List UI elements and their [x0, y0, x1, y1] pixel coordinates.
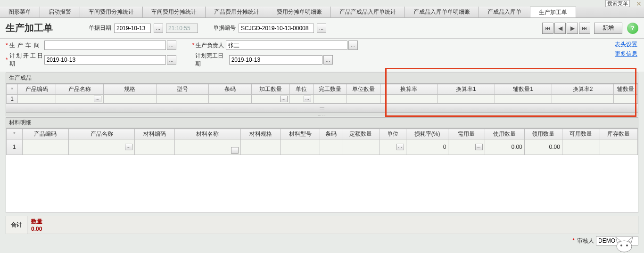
mcol-stock-qty[interactable]: 库存数量 [600, 129, 637, 139]
header-settings-link[interactable]: 表头设置 [615, 41, 637, 49]
svg-point-2 [626, 245, 628, 246]
tab-inbound-doc[interactable]: 产成品入库单 [479, 7, 530, 17]
mcol-quota-qty[interactable]: 定额数量 [342, 129, 380, 139]
col-unit-qty[interactable]: 单位数量 [347, 84, 380, 95]
doc-date-label: 单据日期 [89, 24, 111, 32]
manager-lookup-button[interactable]: … [348, 41, 358, 50]
tab-graph-menu[interactable]: 图形菜单 [0, 7, 40, 17]
svg-point-1 [620, 245, 622, 246]
plan-end-input[interactable] [229, 55, 322, 65]
material-name-input[interactable] [177, 140, 239, 147]
mcol-material-spec[interactable]: 材料规格 [240, 129, 280, 139]
mascot-icon [610, 234, 638, 247]
loss-rate-cell[interactable]: 0 [406, 139, 448, 155]
get-qty-cell[interactable]: 0.00 [524, 139, 562, 155]
search-menu-field[interactable]: 搜索菜单 [605, 0, 630, 7]
col-aux-qty[interactable]: 辅数量 [614, 84, 638, 95]
process-qty-lookup[interactable]: … [280, 96, 288, 102]
next-record-button[interactable]: ▶ [567, 23, 578, 34]
materials-section-title: 材料明细 [6, 117, 638, 128]
mcol-get-qty[interactable]: 领用数量 [524, 129, 562, 139]
mcol-material-model[interactable]: 材料型号 [281, 129, 320, 139]
tab-product-cost[interactable]: 产品费用分摊统计 [206, 7, 268, 17]
tab-bar: 图形菜单 启动报警 车间费用分摊统计 车间费用分摊统计 产品费用分摊统计 费用分… [0, 7, 644, 18]
tab-workshop-cost-1[interactable]: 车间费用分摊统计 [80, 7, 143, 17]
tab-alarm[interactable]: 启动报警 [40, 7, 80, 17]
mcol-product-name[interactable]: 产品名称 [68, 129, 134, 139]
doc-no-input[interactable] [239, 24, 314, 33]
plan-start-input[interactable] [44, 55, 166, 65]
col-finish-qty[interactable]: 完工数量 [314, 84, 347, 95]
tab-inbound-detail[interactable]: 产成品入库单单明细账 [405, 7, 479, 17]
totals-qty-value: 0.00 [31, 226, 42, 232]
totals-bar: 合计 数量 0.00 [6, 216, 638, 234]
required-marker: * [572, 237, 575, 244]
doc-no-label: 单据编号 [213, 24, 236, 32]
totals-label: 合计 [6, 216, 27, 234]
product-name-lookup[interactable]: … [94, 96, 101, 102]
material-name-lookup[interactable]: … [231, 147, 239, 154]
new-button[interactable]: 新增 [594, 23, 622, 34]
doc-date-input[interactable] [114, 24, 151, 33]
materials-grid: * 产品编码 产品名称 材料编码 材料名称 材料规格 材料型号 条码 定额数量 … [6, 128, 638, 213]
col-rate[interactable]: 换算率 [380, 84, 437, 95]
mcol-avail-qty[interactable]: 可用数量 [562, 129, 600, 139]
m-product-name-lookup[interactable]: … [125, 144, 132, 150]
date-picker-button[interactable]: … [154, 24, 163, 33]
mcol-use-qty[interactable]: 使用数量 [485, 129, 524, 139]
mcol-material-code[interactable]: 材料编码 [135, 129, 174, 139]
totals-qty-label: 数量 [31, 218, 42, 226]
mcol-barcode[interactable]: 条码 [320, 129, 342, 139]
col-spec[interactable]: 规格 [104, 84, 156, 95]
products-row[interactable]: 1 … … … [7, 95, 638, 104]
need-qty-lookup[interactable]: … [475, 144, 483, 150]
splitter[interactable] [6, 113, 638, 116]
plan-start-label: 计划开工日期 [9, 52, 43, 68]
use-qty-cell[interactable]: 0.00 [485, 139, 524, 155]
col-unit[interactable]: 单位 [289, 84, 314, 95]
col-barcode[interactable]: 条码 [208, 84, 251, 95]
materials-row[interactable]: 1 … … … 0 … 0.00 0.00 [7, 139, 638, 155]
tab-cost-detail[interactable]: 费用分摊单明细账 [268, 7, 331, 17]
tab-production-order[interactable]: 生产加工单 [530, 7, 576, 17]
tab-workshop-cost-2[interactable]: 车间费用分摊统计 [143, 7, 206, 17]
col-process-qty[interactable]: 加工数量 [251, 84, 289, 95]
more-info-link[interactable]: 更多信息 [615, 50, 637, 58]
first-record-button[interactable]: ⏮ [542, 23, 553, 34]
col-rate2[interactable]: 换算率2 [552, 84, 613, 95]
manager-input[interactable] [226, 41, 347, 50]
col-product-code[interactable]: 产品编码 [18, 84, 56, 95]
prev-record-button[interactable]: ◀ [554, 23, 566, 34]
workshop-label: 生 产 车 间 [9, 41, 43, 49]
plan-start-picker-button[interactable]: … [167, 55, 176, 65]
help-button[interactable]: ? [627, 23, 638, 34]
required-marker: * [192, 42, 195, 49]
col-model[interactable]: 型号 [156, 84, 208, 95]
mcol-product-code[interactable]: 产品编码 [22, 129, 68, 139]
col-rate1[interactable]: 换算率1 [438, 84, 495, 95]
col-aux-qty1[interactable]: 辅数量1 [495, 84, 552, 95]
doc-time-display [166, 24, 198, 33]
mcol-need-qty[interactable]: 需用量 [448, 129, 485, 139]
products-hscroll[interactable] [6, 104, 638, 113]
footer: * 审核人 [0, 234, 644, 247]
unit-lookup[interactable]: … [304, 96, 311, 102]
last-record-button[interactable]: ⏭ [579, 23, 590, 34]
workshop-input[interactable] [44, 41, 166, 50]
workshop-lookup-button[interactable]: … [167, 41, 176, 50]
row-selector-header: * [7, 129, 23, 139]
col-product-name[interactable]: 产品名称 [56, 84, 104, 95]
close-icon[interactable]: ✕ [636, 0, 642, 8]
row-selector-header: * [7, 84, 18, 95]
row-index: 1 [7, 95, 18, 104]
required-marker: * [6, 42, 8, 49]
mcol-material-name[interactable]: 材料名称 [174, 129, 240, 139]
doc-no-lookup-button[interactable]: … [317, 24, 326, 33]
manager-label: 生产负责人 [196, 41, 225, 49]
mcol-loss-rate[interactable]: 损耗率(%) [406, 129, 448, 139]
plan-end-picker-button[interactable]: … [323, 55, 333, 65]
m-unit-lookup[interactable]: … [396, 144, 404, 150]
row-index: 1 [7, 139, 23, 155]
tab-inbound-stats[interactable]: 产品产成品入库单统计 [331, 7, 405, 17]
mcol-unit[interactable]: 单位 [380, 129, 406, 139]
